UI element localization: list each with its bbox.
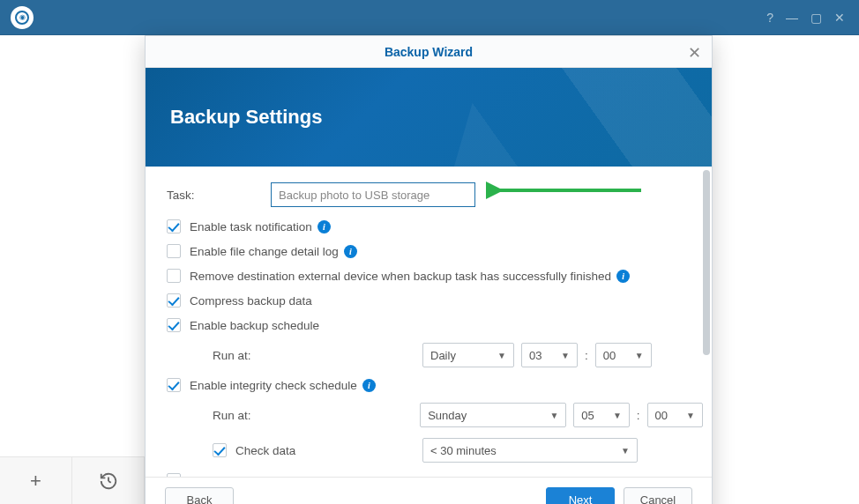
close-icon[interactable]: ✕ — [834, 11, 845, 25]
maximize-icon[interactable]: ▢ — [810, 11, 822, 25]
select-frequency[interactable]: Daily▼ — [422, 343, 514, 367]
checkbox-check-data[interactable] — [213, 443, 227, 457]
opt-label: Remove destination external device when … — [190, 270, 611, 283]
task-name-input[interactable] — [271, 182, 475, 207]
modal-header: Backup Settings — [146, 68, 712, 167]
history-button[interactable] — [72, 457, 145, 504]
add-button[interactable]: + — [0, 457, 72, 504]
opt-encryption[interactable]: Enable client-side encryption — [167, 473, 703, 477]
time-separator: : — [637, 409, 640, 422]
os-window-controls: ? — ▢ ✕ — [766, 11, 852, 25]
opt-detail-log[interactable]: Enable file change detail log i — [167, 244, 703, 258]
history-icon — [99, 471, 118, 491]
modal-title: Backup Wizard — [385, 45, 473, 59]
task-row: Task: — [167, 182, 703, 207]
select-day[interactable]: Sunday▼ — [420, 403, 566, 427]
integrity-run-at: Run at: Sunday▼ 05▼ : 00▼ — [213, 403, 703, 427]
backup-app-panel: + Backup Wizard ✕ Backup Settings — [0, 35, 859, 504]
chevron-down-icon: ▼ — [612, 446, 630, 456]
opt-label: Enable integrity check schedule — [190, 379, 357, 392]
help-icon[interactable]: ? — [766, 11, 773, 25]
checkbox-integrity[interactable] — [167, 378, 181, 392]
left-toolbar: + — [0, 456, 145, 504]
time-separator: : — [585, 349, 588, 362]
select-hour[interactable]: 03▼ — [521, 343, 578, 367]
desktop: ◉ ? — ▢ ✕ + Backup Wizard ✕ — [0, 0, 859, 504]
cancel-button[interactable]: Cancel — [624, 487, 692, 505]
opt-label: Check data — [235, 444, 295, 457]
opt-label: Enable backup schedule — [190, 319, 319, 332]
modal-footer: Back Next Cancel — [146, 477, 712, 504]
info-icon[interactable]: i — [344, 245, 357, 258]
task-label: Task: — [167, 189, 271, 202]
info-icon[interactable]: i — [317, 220, 331, 233]
page-title: Backup Settings — [170, 106, 322, 129]
opt-label: Enable file change detail log — [190, 245, 339, 258]
opt-integrity-check[interactable]: Enable integrity check schedule i — [167, 378, 703, 392]
modal-close-icon[interactable]: ✕ — [688, 43, 701, 63]
chevron-down-icon: ▼ — [604, 411, 622, 420]
checkbox-schedule[interactable] — [167, 318, 181, 332]
run-at-label: Run at: — [213, 409, 420, 422]
chevron-down-icon: ▼ — [489, 351, 506, 360]
backup-wizard-modal: Backup Wizard ✕ Backup Settings Task: — [145, 35, 713, 504]
info-icon[interactable]: i — [616, 270, 630, 283]
opt-compress[interactable]: Compress backup data — [167, 293, 703, 308]
checkbox-detail-log[interactable] — [167, 244, 181, 258]
chevron-down-icon: ▼ — [542, 411, 559, 420]
opt-backup-schedule[interactable]: Enable backup schedule — [167, 318, 703, 332]
chevron-down-icon: ▼ — [626, 351, 644, 360]
checkbox-notification[interactable] — [167, 219, 181, 233]
select-integrity-minute[interactable]: 00▼ — [647, 403, 703, 427]
desktop-top-bar: ◉ ? — ▢ ✕ — [0, 0, 859, 35]
next-button[interactable]: Next — [546, 487, 615, 505]
select-integrity-hour[interactable]: 05▼ — [573, 403, 629, 427]
info-icon[interactable]: i — [362, 379, 376, 392]
scrollbar-thumb[interactable] — [703, 170, 710, 355]
opt-label: Enable client-side encryption — [190, 474, 342, 478]
opt-enable-notification[interactable]: Enable task notification i — [167, 219, 703, 233]
minimize-icon[interactable]: — — [786, 11, 798, 25]
select-minute[interactable]: 00▼ — [595, 343, 652, 367]
checkbox-encryption[interactable] — [167, 473, 181, 477]
run-at-label: Run at: — [213, 349, 422, 362]
chevron-down-icon: ▼ — [552, 351, 570, 360]
modal-body: Task: Enable task notification i Enable … — [146, 167, 712, 477]
opt-label: Compress backup data — [190, 294, 312, 308]
app-launcher-icon[interactable]: ◉ — [11, 6, 34, 29]
scrollbar[interactable] — [703, 170, 710, 477]
check-data-row: Check data < 30 minutes▼ — [213, 438, 703, 463]
opt-label: Enable task notification — [190, 220, 312, 233]
opt-remove-device[interactable]: Remove destination external device when … — [167, 269, 703, 283]
checkbox-remove-device[interactable] — [167, 269, 181, 283]
chevron-down-icon: ▼ — [677, 411, 695, 420]
modal-titlebar: Backup Wizard ✕ — [146, 36, 712, 68]
select-duration[interactable]: < 30 minutes▼ — [422, 438, 638, 463]
backup-schedule-run-at: Run at: Daily▼ 03▼ : 00▼ — [213, 343, 703, 367]
back-button[interactable]: Back — [165, 487, 234, 505]
svg-line-1 — [108, 481, 111, 483]
checkbox-compress[interactable] — [167, 293, 181, 308]
